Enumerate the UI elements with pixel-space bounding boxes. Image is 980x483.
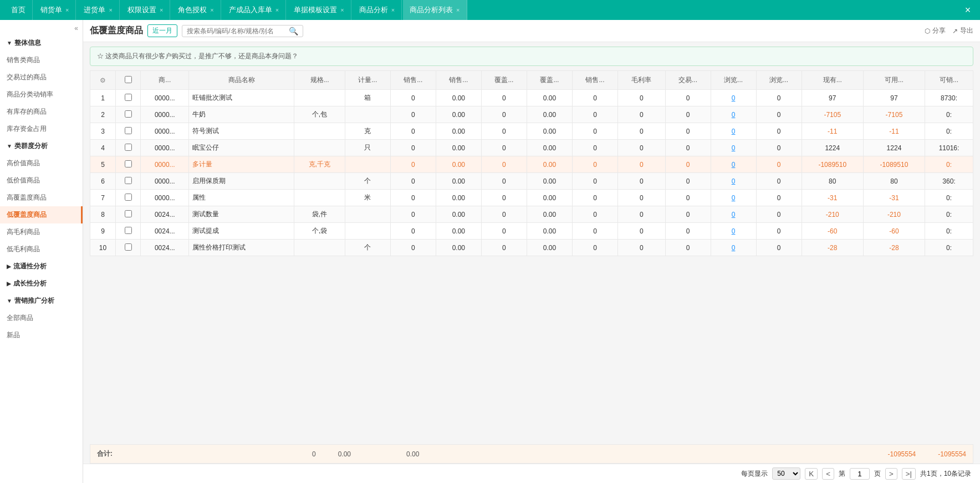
table-row-check[interactable] — [116, 140, 141, 156]
table-row-available: 80 — [863, 173, 925, 190]
table-row-browse1[interactable]: 0 — [711, 240, 756, 256]
sidebar-section-overall[interactable]: ▼ 整体信息 — [0, 34, 83, 52]
close-all-tabs-button[interactable]: × — [960, 2, 976, 18]
first-page-button[interactable]: K — [805, 468, 818, 480]
nav-tab-roles[interactable]: 角色授权 × — [171, 0, 221, 20]
col-browse2[interactable]: 浏览... — [756, 71, 802, 90]
sidebar-item-new-goods[interactable]: 新品 — [0, 327, 83, 344]
table-row-num: 6 — [90, 173, 116, 190]
close-sales-icon[interactable]: × — [65, 7, 69, 13]
col-available[interactable]: 可用... — [863, 71, 925, 90]
sidebar-item-stock-capital[interactable]: 库存资金占用 — [0, 120, 83, 138]
search-input[interactable] — [187, 27, 287, 35]
next-page-button[interactable]: > — [885, 468, 897, 480]
sidebar-item-stocked-goods[interactable]: 有库存的商品 — [0, 103, 83, 120]
close-template-icon[interactable]: × — [340, 7, 344, 13]
col-sales2[interactable]: 销售... — [436, 71, 481, 90]
sidebar-section-cluster[interactable]: ▼ 类群度分析 — [0, 138, 83, 155]
table-row-s5: 0 — [572, 106, 617, 123]
sidebar-item-low-coverage[interactable]: 低覆盖度商品 — [0, 206, 83, 223]
sidebar-section-marketing[interactable]: ▼ 营销推广分析 — [0, 292, 83, 309]
arrow-down-icon: ▼ — [7, 40, 12, 46]
table-row-browse1[interactable]: 0 — [711, 140, 756, 156]
col-settings[interactable]: ⚙ — [90, 71, 116, 90]
content-header: 低覆盖度商品 近一月 🔍 ⬡ 分享 ↗ 导出 — [83, 20, 980, 42]
col-checkbox[interactable] — [116, 71, 141, 90]
table-row-check[interactable] — [116, 123, 141, 140]
table-row-check[interactable] — [116, 173, 141, 190]
nav-tab-analysis[interactable]: 商品分析 × — [353, 0, 402, 20]
select-all-checkbox[interactable] — [125, 76, 132, 83]
close-roles-icon[interactable]: × — [210, 7, 213, 13]
sidebar-item-traded-goods[interactable]: 交易过的商品 — [0, 69, 83, 86]
table-row-browse1[interactable]: 0 — [711, 123, 756, 140]
last-page-button[interactable]: >| — [902, 468, 916, 480]
nav-tab-permissions[interactable]: 权限设置 × — [121, 0, 170, 20]
table-row-browse1[interactable]: 0 — [711, 173, 756, 190]
col-coverage2[interactable]: 覆盖... — [527, 71, 572, 90]
sidebar-item-high-value[interactable]: 高价值商品 — [0, 155, 83, 172]
prev-page-button[interactable]: < — [822, 468, 834, 480]
col-sales3[interactable]: 销售... — [572, 71, 617, 90]
table-row-check[interactable] — [116, 156, 141, 173]
col-coverage1[interactable]: 覆盖... — [481, 71, 527, 90]
table-row-browse1[interactable]: 0 — [711, 156, 756, 173]
table-row-code: 0000... — [141, 90, 189, 106]
nav-tab-finished[interactable]: 产成品入库单 × — [222, 0, 286, 20]
close-permissions-icon[interactable]: × — [160, 7, 163, 13]
search-icon: 🔍 — [289, 27, 298, 35]
table-row-check[interactable] — [116, 206, 141, 223]
col-code[interactable]: 商... — [141, 71, 189, 90]
table-wrap[interactable]: ⚙ 商... 商品名称 规格... 计量... 销售... 销售... 覆盖..… — [83, 70, 980, 444]
table-row-check[interactable] — [116, 223, 141, 240]
col-unit[interactable]: 计量... — [345, 71, 390, 90]
col-transaction[interactable]: 交易... — [665, 71, 711, 90]
close-purchase-icon[interactable]: × — [109, 7, 112, 13]
table-row-num: 10 — [90, 240, 116, 256]
table-row-browse1[interactable]: 0 — [711, 223, 756, 240]
sidebar-item-low-value[interactable]: 低价值商品 — [0, 172, 83, 189]
nav-tab-home[interactable]: 首页 — [4, 0, 33, 20]
per-page-select[interactable]: 50 20 100 200 — [772, 467, 800, 480]
export-button[interactable]: ↗ 导出 — [952, 26, 973, 35]
table-row-browse1[interactable]: 0 — [711, 190, 756, 206]
sidebar-item-high-profit[interactable]: 高毛利商品 — [0, 223, 83, 241]
nav-tab-analysis-list[interactable]: 商品分析列表 × — [403, 0, 467, 20]
sidebar-item-category-rate[interactable]: 商品分类动销率 — [0, 86, 83, 103]
nav-tab-purchase[interactable]: 进货单 × — [77, 0, 119, 20]
col-profit-rate[interactable]: 毛利率 — [618, 71, 666, 90]
time-filter-button[interactable]: 近一月 — [147, 24, 177, 37]
share-button[interactable]: ⬡ 分享 — [925, 26, 946, 35]
sidebar-section-flow[interactable]: ▶ 流通性分析 — [0, 258, 83, 275]
col-saleable[interactable]: 可销... — [925, 71, 973, 90]
table-row-check[interactable] — [116, 190, 141, 206]
sidebar-item-high-coverage[interactable]: 高覆盖度商品 — [0, 189, 83, 206]
table-row-check[interactable] — [116, 240, 141, 256]
table-row-saleable: 11016: — [925, 140, 973, 156]
table-row-s5: 0 — [572, 90, 617, 106]
nav-tab-sales[interactable]: 销货单 × — [34, 0, 76, 20]
col-sales1[interactable]: 销售... — [390, 71, 436, 90]
col-name[interactable]: 商品名称 — [189, 71, 294, 90]
close-finished-icon[interactable]: × — [275, 7, 279, 13]
table-row-browse1[interactable]: 0 — [711, 106, 756, 123]
table-row-check[interactable] — [116, 90, 141, 106]
table-row-check[interactable] — [116, 106, 141, 123]
col-spec[interactable]: 规格... — [294, 71, 345, 90]
sidebar-collapse-button[interactable]: « — [0, 22, 83, 34]
sidebar-item-all-goods[interactable]: 全部商品 — [0, 309, 83, 327]
table-row-browse1[interactable]: 0 — [711, 90, 756, 106]
table-row-s2: 0.00 — [436, 90, 481, 106]
close-analysis-list-icon[interactable]: × — [456, 7, 460, 13]
sidebar-section-growth[interactable]: ▶ 成长性分析 — [0, 275, 83, 292]
nav-tab-template[interactable]: 单据模板设置 × — [287, 0, 351, 20]
close-analysis-icon[interactable]: × — [391, 7, 395, 13]
col-browse1[interactable]: 浏览... — [711, 71, 756, 90]
col-current[interactable]: 现有... — [802, 71, 863, 90]
sidebar-item-sales-goods[interactable]: 销售类商品 — [0, 52, 83, 69]
table-row-browse1[interactable]: 0 — [711, 206, 756, 223]
table-row-unit — [345, 156, 390, 173]
page-number-input[interactable] — [850, 468, 870, 480]
table-row-code: 0024... — [141, 223, 189, 240]
sidebar-item-low-profit[interactable]: 低毛利商品 — [0, 241, 83, 258]
